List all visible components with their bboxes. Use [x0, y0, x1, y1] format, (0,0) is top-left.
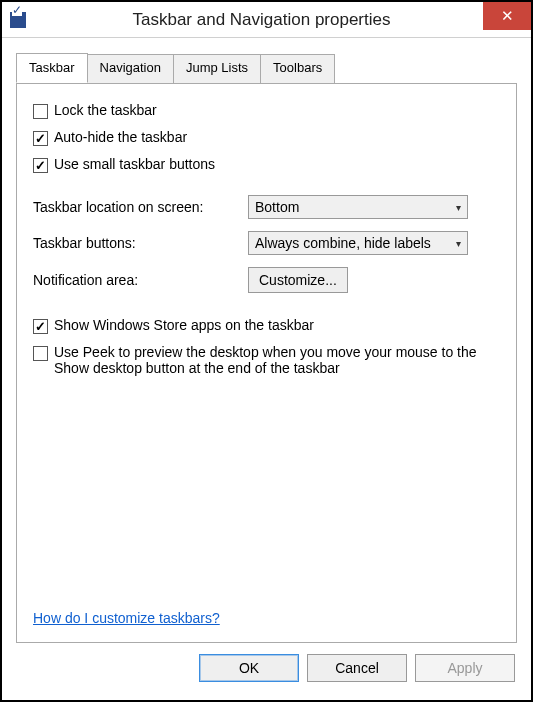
select-location-value: Bottom — [255, 199, 299, 215]
close-icon: ✕ — [501, 7, 514, 25]
select-location[interactable]: Bottom ▾ — [248, 195, 468, 219]
select-buttons-value: Always combine, hide labels — [255, 235, 431, 251]
label-buttons: Taskbar buttons: — [33, 235, 248, 251]
label-smallbuttons: Use small taskbar buttons — [54, 156, 215, 172]
tabpanel-taskbar: Lock the taskbar Auto-hide the taskbar U… — [16, 83, 517, 643]
tab-toolbars[interactable]: Toolbars — [260, 54, 335, 84]
titlebar: Taskbar and Navigation properties ✕ — [2, 2, 531, 38]
checkbox-store-apps[interactable] — [33, 319, 48, 334]
label-lock: Lock the taskbar — [54, 102, 157, 118]
checkbox-autohide[interactable] — [33, 131, 48, 146]
checkbox-lock[interactable] — [33, 104, 48, 119]
apply-button[interactable]: Apply — [415, 654, 515, 682]
window-title: Taskbar and Navigation properties — [32, 10, 531, 30]
ok-button[interactable]: OK — [199, 654, 299, 682]
label-store-apps: Show Windows Store apps on the taskbar — [54, 317, 314, 333]
checkbox-peek[interactable] — [33, 346, 48, 361]
close-button[interactable]: ✕ — [483, 2, 531, 30]
customize-button[interactable]: Customize... — [248, 267, 348, 293]
app-icon — [10, 12, 26, 28]
tabstrip: Taskbar Navigation Jump Lists Toolbars — [16, 54, 517, 84]
tab-navigation[interactable]: Navigation — [87, 54, 174, 84]
label-location: Taskbar location on screen: — [33, 199, 248, 215]
help-link[interactable]: How do I customize taskbars? — [33, 610, 220, 626]
content-area: Taskbar Navigation Jump Lists Toolbars L… — [2, 38, 531, 646]
select-buttons[interactable]: Always combine, hide labels ▾ — [248, 231, 468, 255]
tab-taskbar[interactable]: Taskbar — [16, 53, 88, 83]
checkbox-smallbuttons[interactable] — [33, 158, 48, 173]
chevron-down-icon: ▾ — [456, 202, 461, 213]
label-notification: Notification area: — [33, 272, 248, 288]
cancel-button[interactable]: Cancel — [307, 654, 407, 682]
label-peek: Use Peek to preview the desktop when you… — [54, 344, 484, 376]
dialog-buttons: OK Cancel Apply — [2, 646, 531, 692]
label-autohide: Auto-hide the taskbar — [54, 129, 187, 145]
tab-jumplists[interactable]: Jump Lists — [173, 54, 261, 84]
chevron-down-icon: ▾ — [456, 238, 461, 249]
